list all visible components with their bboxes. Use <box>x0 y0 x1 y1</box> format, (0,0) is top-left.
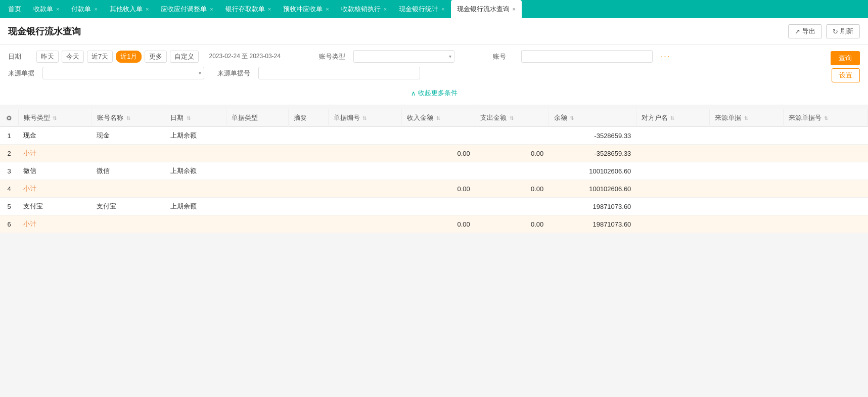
nav-bank-stats-close[interactable]: × <box>441 0 444 18</box>
refresh-button[interactable]: ↻ 刷新 <box>826 24 860 38</box>
date-btn-more[interactable]: 更多 <box>145 51 167 63</box>
date-btn-7days[interactable]: 近7天 <box>87 51 113 63</box>
cell-counterpart <box>636 162 709 180</box>
col-source-doc-sort-icon: ⇅ <box>744 115 748 121</box>
col-balance[interactable]: 余额 ⇅ <box>549 109 636 127</box>
col-source-doc-no[interactable]: 来源单据号 ⇅ <box>783 109 867 127</box>
col-expense-sort-icon: ⇅ <box>510 115 514 121</box>
cell-expense <box>475 162 549 180</box>
col-expense[interactable]: 支出金额 ⇅ <box>475 109 549 127</box>
col-account-type-label: 账号类型 <box>24 114 50 121</box>
table-container: ⚙ 账号类型 ⇅ 账号名称 ⇅ 日期 ⇅ 单据类型 摘要 <box>0 109 868 233</box>
settings-button[interactable]: 设置 <box>832 68 860 82</box>
col-settings[interactable]: ⚙ <box>0 109 18 127</box>
col-income-label: 收入金额 <box>407 114 433 121</box>
nav-prepaid[interactable]: 预收冲应收单 × <box>277 0 335 18</box>
nav-bank-stats[interactable]: 现金银行统计 × <box>393 0 450 18</box>
cell-account-name <box>92 180 165 198</box>
header-actions: ↗ 导出 ↻ 刷新 <box>788 24 860 45</box>
table-row: 4小计0.000.00100102606.60 <box>0 180 868 198</box>
top-nav: 首页 收款单 × 付款单 × 其他收入单 × 应收应付调整单 × 银行存取款单 … <box>0 0 868 18</box>
cell-account-type: 支付宝 <box>18 198 92 215</box>
table-row: 3微信微信上期余额100102606.60 <box>0 162 868 180</box>
col-account-type[interactable]: 账号类型 ⇅ <box>18 109 92 127</box>
col-balance-sort-icon: ⇅ <box>570 115 574 121</box>
col-income[interactable]: 收入金额 ⇅ <box>401 109 475 127</box>
col-source-doc[interactable]: 来源单据 ⇅ <box>710 109 783 127</box>
refresh-icon: ↻ <box>833 28 838 35</box>
export-label: 导出 <box>802 27 815 36</box>
col-date[interactable]: 日期 ⇅ <box>165 109 226 127</box>
date-btn-1month[interactable]: 近1月 <box>116 51 142 63</box>
cell-source-doc-no <box>783 215 867 233</box>
nav-collection[interactable]: 收款核销执行 × <box>335 0 393 18</box>
date-btn-today[interactable]: 今天 <box>62 51 84 63</box>
nav-adjustment-close[interactable]: × <box>210 0 213 18</box>
cell-account-name <box>92 145 165 162</box>
source-doc-select[interactable] <box>42 67 204 79</box>
cell-row-num: 2 <box>0 145 18 162</box>
cell-doc-no <box>328 162 401 180</box>
date-options: 昨天 今天 近7天 近1月 更多 自定义 <box>36 51 199 63</box>
date-btn-custom[interactable]: 自定义 <box>170 51 199 63</box>
cell-doc-no <box>328 215 401 233</box>
nav-adjustment-label: 应收应付调整单 <box>161 0 207 18</box>
col-date-sort-icon: ⇅ <box>187 115 191 121</box>
col-doc-no[interactable]: 单据编号 ⇅ <box>328 109 401 127</box>
nav-bank-flow[interactable]: 现金银行流水查询 × <box>451 0 522 18</box>
export-button[interactable]: ↗ 导出 <box>788 24 822 38</box>
nav-home[interactable]: 首页 <box>2 0 27 18</box>
nav-collection-label: 收款核销执行 <box>341 0 381 18</box>
nav-payment-close[interactable]: × <box>94 0 97 18</box>
nav-collection-close[interactable]: × <box>384 0 387 18</box>
nav-bank-deposit[interactable]: 银行存取款单 × <box>219 0 277 18</box>
col-counterpart[interactable]: 对方户名 ⇅ <box>636 109 709 127</box>
col-account-type-sort-icon: ⇅ <box>53 115 57 121</box>
cell-source-doc <box>710 215 783 233</box>
cell-doc-no <box>328 127 401 145</box>
cell-summary <box>288 180 328 198</box>
refresh-label: 刷新 <box>840 27 853 36</box>
cell-doc-type <box>226 180 289 198</box>
cell-account-name: 现金 <box>92 127 165 145</box>
nav-other-income[interactable]: 其他收入单 × <box>104 0 155 18</box>
cell-summary <box>288 198 328 215</box>
account-dots-button[interactable]: ··· <box>661 52 670 61</box>
collapse-bar[interactable]: ∧ 收起更多条件 <box>8 86 860 100</box>
cell-doc-no <box>328 180 401 198</box>
table-row: 2小计0.000.00-3528659.33 <box>0 145 868 162</box>
account-label: 账号 <box>493 52 513 61</box>
cell-income <box>401 198 475 215</box>
nav-other-income-close[interactable]: × <box>146 0 149 18</box>
col-summary-label: 摘要 <box>294 114 307 121</box>
cell-row-num: 5 <box>0 198 18 215</box>
export-icon: ↗ <box>795 28 800 35</box>
nav-adjustment[interactable]: 应收应付调整单 × <box>155 0 219 18</box>
nav-prepaid-close[interactable]: × <box>326 0 329 18</box>
account-type-select-wrapper: ▾ <box>353 50 454 63</box>
table-row: 5支付宝支付宝上期余额19871073.60 <box>0 198 868 215</box>
col-account-name[interactable]: 账号名称 ⇅ <box>92 109 165 127</box>
nav-payment[interactable]: 付款单 × <box>65 0 103 18</box>
col-doc-type[interactable]: 单据类型 <box>226 109 289 127</box>
cell-doc-no <box>328 145 401 162</box>
cell-account-type: 小计 <box>18 145 92 162</box>
cell-income: 0.00 <box>401 215 475 233</box>
nav-bank-deposit-close[interactable]: × <box>268 0 271 18</box>
date-btn-yesterday[interactable]: 昨天 <box>36 51 59 63</box>
col-summary[interactable]: 摘要 <box>288 109 328 127</box>
settings-label: 设置 <box>839 71 852 79</box>
nav-receipt[interactable]: 收款单 × <box>27 0 65 18</box>
account-type-select[interactable] <box>353 50 454 63</box>
source-doc-label: 来源单据 <box>8 69 34 78</box>
nav-receipt-close[interactable]: × <box>56 0 59 18</box>
source-doc-no-input[interactable] <box>258 67 420 79</box>
cell-doc-type <box>226 127 289 145</box>
nav-home-label: 首页 <box>8 0 21 18</box>
cell-source-doc-no <box>783 198 867 215</box>
account-input[interactable] <box>521 50 653 63</box>
nav-bank-flow-close[interactable]: × <box>513 0 516 18</box>
cell-date <box>165 215 226 233</box>
query-button[interactable]: 查询 <box>831 51 860 65</box>
cell-expense: 0.00 <box>475 145 549 162</box>
